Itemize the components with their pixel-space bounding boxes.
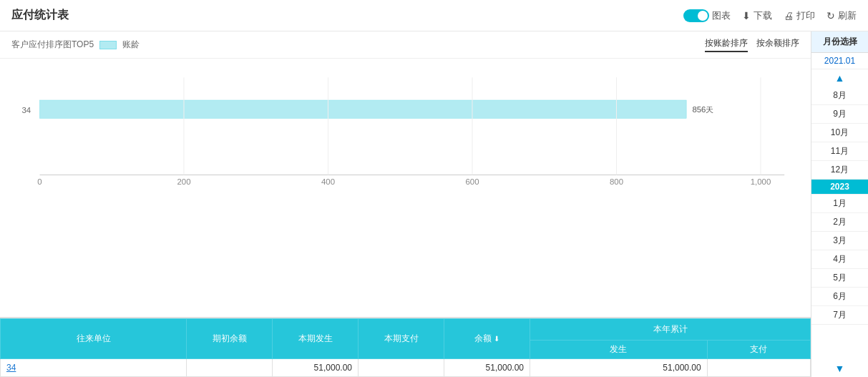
month-list: 8月9月10月11月12月20231月2月3月4月5月6月7月 bbox=[811, 87, 868, 360]
col-header-period-occ: 本期发生 bbox=[273, 319, 359, 359]
col-header-unit: 往来单位 bbox=[1, 319, 187, 359]
chart-body: 34 856天 0 200 400 600 800 1,000 bbox=[0, 59, 811, 317]
chart-toggle-label: 图表 bbox=[712, 9, 731, 22]
main-content: 客户应付排序图TOP5 账龄 按账龄排序 按余额排序 34 bbox=[0, 31, 868, 377]
svg-text:200: 200 bbox=[177, 178, 190, 186]
month-item[interactable]: 7月 bbox=[811, 306, 868, 325]
refresh-action[interactable]: ↻ 刷新 bbox=[826, 9, 857, 22]
sidebar-month-header: 月份选择 bbox=[811, 31, 868, 53]
month-item[interactable]: 4月 bbox=[811, 250, 868, 269]
print-action[interactable]: 🖨 打印 bbox=[784, 9, 815, 22]
month-item[interactable]: 2月 bbox=[811, 213, 868, 232]
svg-text:34: 34 bbox=[21, 107, 31, 114]
cell-period-bal bbox=[187, 359, 273, 377]
legend-box-label: 账龄 bbox=[122, 39, 140, 51]
month-item[interactable]: 5月 bbox=[811, 269, 868, 288]
chart-sort: 按账龄排序 按余额排序 bbox=[705, 37, 799, 52]
print-label: 打印 bbox=[796, 9, 815, 22]
chart-toggle-switch[interactable] bbox=[683, 9, 709, 22]
right-sidebar: 月份选择 2021.01 ▲ 8月9月10月11月12月20231月2月3月4月… bbox=[811, 31, 868, 377]
col-header-ytd: 本年累计 bbox=[530, 319, 811, 341]
chart-section: 客户应付排序图TOP5 账龄 按账龄排序 按余额排序 34 bbox=[0, 31, 811, 377]
svg-text:800: 800 bbox=[610, 178, 623, 186]
svg-text:400: 400 bbox=[321, 178, 335, 186]
refresh-icon: ↻ bbox=[826, 10, 835, 21]
chart-header: 客户应付排序图TOP5 账龄 按账龄排序 按余额排序 bbox=[0, 31, 811, 59]
col-header-period-bal: 期初余额 bbox=[187, 319, 273, 359]
app-header: 应付统计表 图表 ⬇ 下载 🖨 打印 ↻ 刷新 bbox=[0, 0, 868, 31]
sort-by-balance-btn[interactable]: 按账龄排序 bbox=[705, 37, 748, 52]
data-table: 往来单位 期初余额 本期发生 本期支付 余额 ⬇ 本年累计 bbox=[0, 318, 811, 377]
year-badge: 2023 bbox=[811, 180, 868, 195]
table-section: 往来单位 期初余额 本期发生 本期支付 余额 ⬇ 本年累计 bbox=[0, 317, 811, 377]
refresh-label: 刷新 bbox=[838, 9, 857, 22]
chevron-down-icon: ▼ bbox=[835, 363, 845, 374]
chart-toggle-action[interactable]: 图表 bbox=[683, 9, 731, 22]
bar-chart: 34 856天 0 200 400 600 800 1,000 bbox=[11, 64, 799, 207]
sidebar-up-btn[interactable]: ▲ bbox=[811, 69, 868, 87]
print-icon: 🖨 bbox=[784, 10, 794, 21]
sidebar-year-label[interactable]: 2021.01 bbox=[811, 53, 868, 69]
download-action[interactable]: ⬇ 下载 bbox=[742, 9, 772, 22]
col-header-ytd-occ: 发生 bbox=[530, 341, 708, 359]
header-actions: 图表 ⬇ 下载 🖨 打印 ↻ 刷新 bbox=[683, 9, 857, 22]
svg-text:1,000: 1,000 bbox=[751, 178, 771, 186]
month-item[interactable]: 3月 bbox=[811, 232, 868, 250]
legend-label: 客户应付排序图TOP5 bbox=[11, 39, 94, 51]
chevron-up-icon: ▲ bbox=[835, 72, 845, 84]
col-header-period-pay: 本期支付 bbox=[359, 319, 444, 359]
svg-rect-1 bbox=[39, 100, 686, 118]
bal-sort-icon: ⬇ bbox=[494, 335, 499, 343]
sort-by-amount-btn[interactable]: 按余额排序 bbox=[756, 37, 799, 52]
month-item[interactable]: 11月 bbox=[811, 142, 868, 161]
month-item[interactable]: 8月 bbox=[811, 87, 868, 105]
sidebar-down-btn[interactable]: ▼ bbox=[811, 360, 868, 377]
table-wrapper: 往来单位 期初余额 本期发生 本期支付 余额 ⬇ 本年累计 bbox=[0, 318, 811, 377]
cell-ytd-pay bbox=[707, 359, 810, 377]
svg-text:0: 0 bbox=[37, 178, 42, 186]
download-label: 下载 bbox=[754, 9, 772, 22]
chart-legend: 客户应付排序图TOP5 账龄 bbox=[11, 39, 140, 51]
month-item[interactable]: 10月 bbox=[811, 124, 868, 142]
download-icon: ⬇ bbox=[742, 10, 751, 21]
month-item[interactable]: 1月 bbox=[811, 195, 868, 213]
cell-unit[interactable]: 34 bbox=[1, 359, 187, 377]
month-item[interactable]: 9月 bbox=[811, 105, 868, 124]
svg-text:856天: 856天 bbox=[692, 106, 714, 114]
cell-period-pay bbox=[359, 359, 444, 377]
svg-text:600: 600 bbox=[465, 178, 479, 186]
month-item[interactable]: 12月 bbox=[811, 161, 868, 180]
month-item[interactable]: 6月 bbox=[811, 288, 868, 306]
col-header-bal: 余额 ⬇ bbox=[444, 319, 530, 359]
cell-ytd-occ: 51,000.00 bbox=[530, 359, 708, 377]
cell-period-occ: 51,000.00 bbox=[273, 359, 359, 377]
page-title: 应付统计表 bbox=[11, 8, 69, 23]
legend-box bbox=[99, 41, 117, 49]
col-header-ytd-pay: 支付 bbox=[707, 341, 810, 359]
table-row: 34 51,000.00 51,000.00 51,000.00 bbox=[1, 359, 811, 377]
cell-bal: 51,000.00 bbox=[444, 359, 530, 377]
